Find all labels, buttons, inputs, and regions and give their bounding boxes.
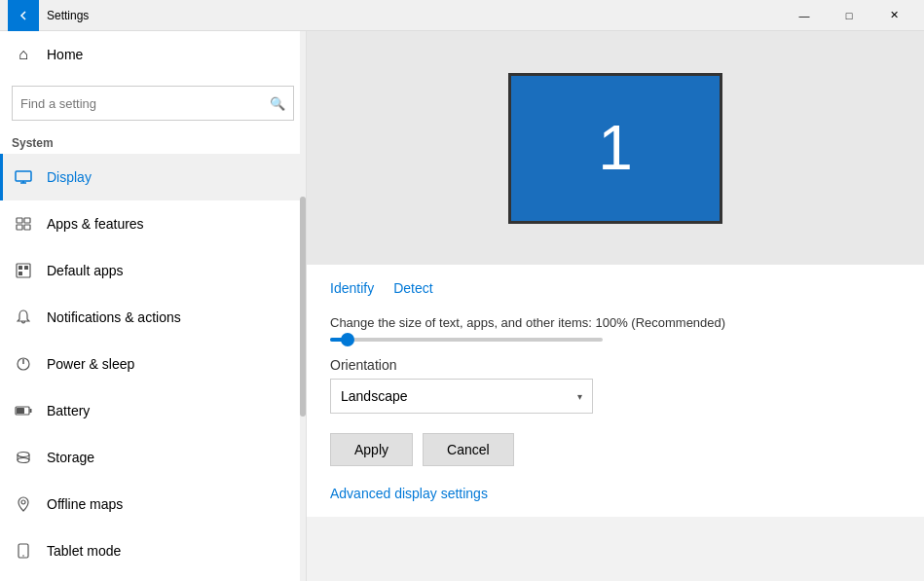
advanced-display-link[interactable]: Advanced display settings	[330, 486, 488, 501]
settings-panel: Identify Detect Change the size of text,…	[307, 265, 924, 517]
tablet-mode-icon	[12, 539, 35, 563]
scroll-track	[300, 31, 306, 581]
sidebar-item-storage[interactable]: Storage	[0, 434, 306, 481]
titlebar: Settings — □ ✕	[0, 0, 924, 31]
detect-button[interactable]: Detect	[393, 280, 432, 296]
scroll-thumb[interactable]	[300, 197, 306, 417]
display-preview: 1	[307, 31, 924, 265]
window-title: Settings	[47, 9, 782, 22]
home-label: Home	[47, 47, 83, 62]
sidebar: ⌂ Home 🔍 System Display	[0, 31, 307, 581]
svg-point-22	[22, 555, 24, 557]
monitor-number: 1	[598, 112, 633, 184]
orientation-select[interactable]: Landscape ▾	[330, 379, 593, 414]
storage-icon	[12, 446, 35, 469]
sidebar-item-tablet-mode[interactable]: Tablet mode	[0, 527, 306, 574]
apps-features-label: Apps & features	[47, 216, 144, 232]
orientation-value: Landscape	[341, 388, 408, 404]
svg-rect-7	[17, 264, 30, 277]
action-button-row: Apply Cancel	[330, 433, 901, 466]
svg-rect-4	[24, 218, 30, 223]
sidebar-item-notifications[interactable]: Notifications & actions	[0, 294, 306, 341]
svg-rect-0	[16, 171, 31, 181]
battery-label: Battery	[47, 403, 90, 418]
svg-rect-3	[17, 218, 22, 223]
svg-point-16	[18, 453, 29, 457]
back-button[interactable]	[8, 0, 39, 31]
svg-point-20	[21, 500, 25, 504]
scale-setting-row: Change the size of text, apps, and other…	[330, 315, 901, 342]
svg-point-19	[18, 458, 29, 463]
window-controls: — □ ✕	[782, 0, 916, 31]
sidebar-item-display[interactable]: Display	[0, 154, 306, 200]
section-label: System	[0, 128, 306, 154]
chevron-down-icon: ▾	[577, 391, 582, 402]
svg-rect-5	[17, 225, 22, 230]
slider-thumb[interactable]	[341, 333, 354, 346]
search-box: 🔍	[12, 86, 294, 121]
content-area: 1 Identify Detect Change the size of tex…	[307, 31, 924, 581]
svg-rect-8	[18, 266, 22, 270]
default-apps-label: Default apps	[47, 263, 124, 278]
sidebar-item-default-apps[interactable]: Default apps	[0, 247, 306, 294]
slider-track	[330, 338, 603, 342]
monitor-frame: 1	[508, 73, 722, 224]
home-icon: ⌂	[12, 43, 35, 66]
battery-icon	[12, 399, 35, 422]
display-icon	[12, 165, 35, 189]
sidebar-item-home[interactable]: ⌂ Home	[0, 31, 306, 78]
search-input[interactable]	[13, 96, 262, 111]
offline-maps-label: Offline maps	[47, 496, 123, 512]
default-apps-icon	[12, 259, 35, 282]
apply-button[interactable]: Apply	[330, 433, 413, 466]
sidebar-item-power-sleep[interactable]: Power & sleep	[0, 341, 306, 387]
display-label: Display	[47, 169, 92, 185]
svg-rect-9	[24, 266, 28, 270]
cancel-button[interactable]: Cancel	[423, 433, 514, 466]
identify-button[interactable]: Identify	[330, 280, 374, 296]
power-sleep-label: Power & sleep	[47, 356, 134, 372]
app-body: ⌂ Home 🔍 System Display	[0, 31, 924, 581]
orientation-label: Orientation	[330, 357, 901, 373]
scale-label: Change the size of text, apps, and other…	[330, 315, 901, 330]
power-icon	[12, 352, 35, 376]
apps-icon	[12, 212, 35, 236]
sidebar-item-offline-maps[interactable]: Offline maps	[0, 481, 306, 527]
svg-rect-6	[24, 225, 30, 230]
maximize-button[interactable]: □	[827, 0, 871, 31]
sidebar-item-apps-features[interactable]: Apps & features	[0, 200, 306, 247]
minimize-button[interactable]: —	[782, 0, 827, 31]
storage-label: Storage	[47, 450, 94, 465]
tablet-mode-label: Tablet mode	[47, 543, 121, 559]
offline-maps-icon	[12, 492, 35, 516]
svg-rect-14	[30, 409, 32, 413]
svg-rect-15	[17, 408, 24, 414]
identify-detect-row: Identify Detect	[330, 280, 901, 296]
notifications-icon	[12, 306, 35, 329]
notifications-label: Notifications & actions	[47, 309, 181, 325]
sidebar-item-battery[interactable]: Battery	[0, 387, 306, 434]
svg-rect-10	[18, 272, 22, 275]
scale-slider-container	[330, 338, 603, 342]
search-icon[interactable]: 🔍	[262, 88, 293, 119]
close-button[interactable]: ✕	[871, 0, 916, 31]
orientation-setting-row: Orientation Landscape ▾	[330, 357, 901, 414]
